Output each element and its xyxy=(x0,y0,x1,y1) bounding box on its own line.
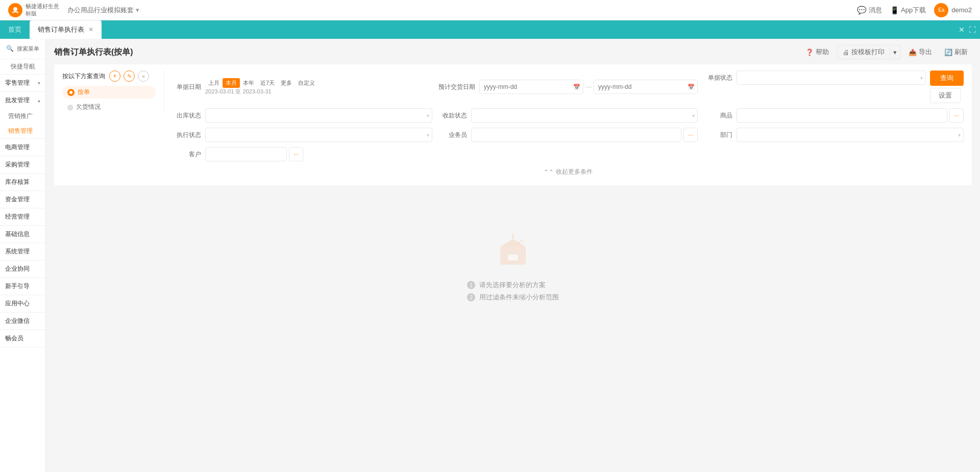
sidebar-system-title[interactable]: 系统管理 xyxy=(0,243,45,260)
date-quick-custom[interactable]: 自定义 xyxy=(295,78,318,88)
date-separator: — xyxy=(585,83,592,90)
sidebar-finance-title[interactable]: 资金管理 xyxy=(0,191,45,208)
date-quick-7days[interactable]: 近7天 xyxy=(257,78,278,88)
expected-date-start-wrap: 📅 xyxy=(479,80,583,94)
customer-input-wrap: ··· xyxy=(205,147,303,161)
plan-item-label-欠货: 欠货情况 xyxy=(76,103,101,111)
sidebar-group-basic: 基础信息 xyxy=(0,226,45,243)
wholesale-expand-icon: ▴ xyxy=(38,98,40,103)
payment-status-field: 收款状态 ▾ xyxy=(438,108,698,123)
department-label: 部门 xyxy=(704,131,732,139)
expected-date-label: 预计交货日期 xyxy=(438,83,475,91)
plan-active-dot xyxy=(67,89,75,96)
sidebar-group-retail-title[interactable]: 零售管理 ▾ xyxy=(0,75,45,91)
tab-expand-icon[interactable]: ⛶ xyxy=(969,26,976,34)
date-range-display: 2023-03-01 至 2023-03-31 xyxy=(205,88,432,96)
logo-icon xyxy=(8,3,22,17)
search-icon: 🔍 xyxy=(6,45,14,52)
collapse-panel-button[interactable]: « xyxy=(138,70,149,82)
delivery-status-select[interactable] xyxy=(205,108,432,123)
sidebar-wechat-title[interactable]: 企业微信 xyxy=(0,313,45,329)
customer-dots-button[interactable]: ··· xyxy=(289,147,303,161)
sidebar-group-enterprise: 企业协同 xyxy=(0,261,45,278)
sidebar-appstore-title[interactable]: 应用中心 xyxy=(0,295,45,312)
message-button[interactable]: 💬 消息 xyxy=(857,6,882,15)
sidebar-group-wholesale: 批发管理 ▴ 营销推广 销售管理 xyxy=(0,92,45,139)
product-input[interactable] xyxy=(737,108,947,123)
svg-rect-3 xyxy=(508,254,518,261)
sidebar-item-marketing[interactable]: 营销推广 xyxy=(0,109,45,124)
app-download-icon: 📱 xyxy=(890,6,899,14)
plan-item-欠货情况[interactable]: ◎ 欠货情况 xyxy=(62,101,156,113)
collapse-bar[interactable]: ⌃⌃ 收起更多条件 xyxy=(173,164,964,179)
date-quick-this-month[interactable]: 本月 xyxy=(223,78,240,88)
filter-right-panel: 单据日期 上月 本月 本年 近7天 更多 自定义 xyxy=(173,70,964,179)
sidebar-item-sales[interactable]: 销售管理 xyxy=(0,124,45,138)
page-content: 销售订单执行表(按单) ❓ 帮助 🖨 按模板打印 ▾ 📤 xyxy=(46,39,980,472)
empty-hints: 1 请先选择要分析的方案 2 用过滤条件来缩小分析范围 xyxy=(467,280,559,302)
customer-input[interactable] xyxy=(205,147,287,161)
department-input-wrap: ▾ xyxy=(737,128,964,142)
refresh-icon: 🔄 xyxy=(944,49,952,56)
add-plan-button[interactable]: + xyxy=(109,70,120,82)
sidebar-operations-title[interactable]: 经营管理 xyxy=(0,208,45,225)
message-icon: 💬 xyxy=(857,6,867,15)
tab-close-all-icon[interactable]: ✕ xyxy=(959,26,965,34)
sidebar-purchase-title[interactable]: 采购管理 xyxy=(0,156,45,173)
top-header: 畅捷通好生意 标版 办公用品行业模拟账套 ▾ 💬 消息 📱 App下载 Ea d… xyxy=(0,0,980,20)
tab-close-icon[interactable]: ✕ xyxy=(88,26,93,33)
sidebar-member-title[interactable]: 畅会员 xyxy=(0,330,45,347)
print-dropdown-button[interactable]: ▾ xyxy=(890,46,900,58)
breadcrumb-dropdown-icon[interactable]: ▾ xyxy=(136,6,139,14)
execution-status-select[interactable] xyxy=(205,128,432,142)
department-field: 部门 ▾ xyxy=(704,128,964,142)
plan-item-按单[interactable]: 按单 xyxy=(62,86,156,99)
delivery-status-label: 出库状态 xyxy=(173,111,201,120)
payment-status-label: 收款状态 xyxy=(438,111,467,120)
salesperson-input-wrap: ··· xyxy=(471,128,698,142)
tab-sales-order[interactable]: 销售订单执行表 ✕ xyxy=(30,20,102,39)
expected-date-start-input[interactable] xyxy=(479,80,583,94)
plan-item-label-按单: 按单 xyxy=(78,88,90,97)
sidebar-group-wholesale-title[interactable]: 批发管理 ▴ xyxy=(0,92,45,109)
date-quick-this-year[interactable]: 本年 xyxy=(240,78,257,88)
order-status-select[interactable] xyxy=(737,70,926,85)
query-button[interactable]: 查询 xyxy=(930,70,964,86)
payment-status-select[interactable] xyxy=(471,108,698,123)
user-profile[interactable]: Ea demo2 xyxy=(934,3,972,17)
filter-panel: 按以下方案查询 + ✎ « 按单 xyxy=(54,64,972,185)
payment-status-input-wrap: ▾ xyxy=(471,108,698,123)
product-input-wrap: ··· xyxy=(737,108,964,123)
refresh-button[interactable]: 🔄 刷新 xyxy=(940,45,972,59)
expected-date-end-input[interactable] xyxy=(594,80,698,94)
order-status-label: 单据状态 xyxy=(704,74,732,82)
sidebar-ecommerce-title[interactable]: 电商管理 xyxy=(0,139,45,156)
tab-home[interactable]: 首页 xyxy=(0,20,30,39)
date-quick-last-month[interactable]: 上月 xyxy=(205,78,223,88)
settings-button[interactable]: 设置 xyxy=(930,88,961,103)
salesperson-dots-button[interactable]: ··· xyxy=(683,128,698,142)
sidebar-inventory-title[interactable]: 库存核算 xyxy=(0,174,45,191)
filter-row-1: 单据日期 上月 本月 本年 近7天 更多 自定义 xyxy=(173,70,964,103)
salesperson-input[interactable] xyxy=(471,128,682,142)
customer-field: 客户 ··· xyxy=(173,147,303,161)
product-dots-button[interactable]: ··· xyxy=(949,108,964,123)
sidebar-basic-title[interactable]: 基础信息 xyxy=(0,226,45,243)
page-header: 销售订单执行表(按单) ❓ 帮助 🖨 按模板打印 ▾ 📤 xyxy=(54,45,972,59)
sidebar-enterprise-title[interactable]: 企业协同 xyxy=(0,261,45,277)
sidebar-group-system: 系统管理 xyxy=(0,243,45,261)
page-header-actions: ❓ 帮助 🖨 按模板打印 ▾ 📤 导出 xyxy=(801,45,972,59)
search-menu-button[interactable]: 🔍 搜索菜单 xyxy=(4,43,41,55)
filter-actions: + ✎ « xyxy=(109,70,149,82)
sidebar-quick-nav[interactable]: 快捷导航 xyxy=(0,59,45,75)
execution-status-field: 执行状态 ▾ xyxy=(173,128,432,142)
date-quick-more[interactable]: 更多 xyxy=(278,78,295,88)
edit-plan-button[interactable]: ✎ xyxy=(124,70,135,82)
department-select[interactable] xyxy=(737,128,964,142)
app-download-button[interactable]: 📱 App下载 xyxy=(890,6,926,15)
sidebar-newuser-title[interactable]: 新手引导 xyxy=(0,278,45,295)
export-button[interactable]: 📤 导出 xyxy=(904,45,936,59)
help-button[interactable]: ❓ 帮助 xyxy=(801,45,833,59)
empty-hint-1: 1 请先选择要分析的方案 xyxy=(467,280,559,290)
print-button[interactable]: 🖨 按模板打印 xyxy=(838,45,890,59)
